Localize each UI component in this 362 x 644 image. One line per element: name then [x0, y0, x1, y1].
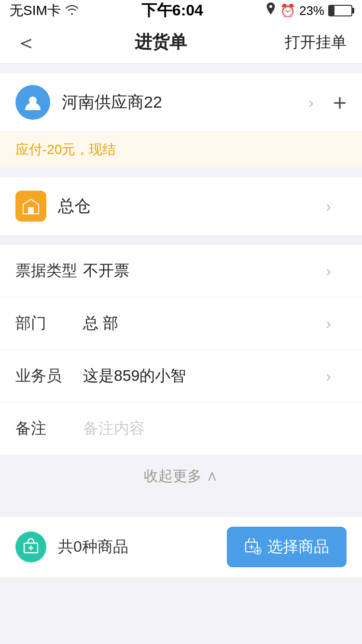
- warehouse-row[interactable]: 总仓 ›: [0, 177, 362, 235]
- wifi-icon: [65, 3, 79, 18]
- back-button[interactable]: ＜: [15, 32, 37, 53]
- sales-value: 这是859的小智: [83, 365, 326, 387]
- select-product-label: 选择商品: [267, 536, 329, 558]
- warehouse-chevron-icon: ›: [326, 197, 331, 215]
- warehouse-icon: [15, 191, 46, 222]
- product-icon: [15, 532, 46, 562]
- invoice-chevron-icon: ›: [326, 262, 331, 280]
- nav-bar: ＜ 进货单 打开挂单: [0, 21, 362, 64]
- remark-input[interactable]: 备注内容: [83, 418, 347, 439]
- bottom-bar: 共0种商品 选择商品: [0, 517, 362, 577]
- invoice-value: 不开票: [83, 260, 326, 281]
- status-bar: 无SIM卡 下午6:04 ⏰ 23%: [0, 0, 362, 21]
- location-icon: [265, 2, 276, 19]
- supplier-card: 河南供应商22 › + 应付-20元，现结: [0, 73, 362, 168]
- section-gap-2: [0, 168, 362, 177]
- status-left: 无SIM卡: [10, 1, 79, 20]
- select-product-button[interactable]: 选择商品: [227, 527, 347, 567]
- supplier-name: 河南供应商22: [62, 91, 308, 113]
- alarm-icon: ⏰: [280, 3, 295, 18]
- page-background: [0, 577, 362, 644]
- remark-row[interactable]: 备注 备注内容: [0, 402, 362, 455]
- invoice-row[interactable]: 票据类型 不开票 ›: [0, 245, 362, 297]
- notice-banner: 应付-20元，现结: [0, 132, 362, 168]
- dept-chevron-icon: ›: [326, 315, 331, 333]
- add-button[interactable]: +: [333, 89, 347, 116]
- collapse-button[interactable]: 收起更多 ∧: [0, 455, 362, 498]
- status-time: 下午6:04: [141, 0, 203, 21]
- section-gap-4: [0, 498, 362, 507]
- section-gap-3: [0, 235, 362, 245]
- battery-icon: [328, 5, 352, 16]
- dept-value: 总 部: [83, 313, 326, 334]
- product-count-label: 共0种商品: [58, 536, 215, 558]
- battery-label: 23%: [299, 3, 324, 18]
- svg-rect-1: [28, 207, 34, 214]
- supplier-avatar: [15, 85, 50, 120]
- page-title: 进货单: [135, 30, 187, 54]
- carrier-label: 无SIM卡: [10, 1, 61, 20]
- invoice-label: 票据类型: [15, 260, 83, 281]
- sales-row[interactable]: 业务员 这是859的小智 ›: [0, 350, 362, 402]
- warehouse-card[interactable]: 总仓 ›: [0, 177, 362, 235]
- dept-label: 部门: [15, 313, 83, 334]
- supplier-row[interactable]: 河南供应商22 › +: [0, 73, 362, 132]
- status-right: ⏰ 23%: [265, 2, 352, 19]
- warehouse-name: 总仓: [58, 195, 326, 217]
- sales-chevron-icon: ›: [326, 367, 331, 385]
- open-pending-button[interactable]: 打开挂单: [285, 32, 347, 53]
- supplier-chevron-icon: ›: [308, 94, 314, 112]
- dept-row[interactable]: 部门 总 部 ›: [0, 297, 362, 350]
- form-card: 票据类型 不开票 › 部门 总 部 › 业务员 这是859的小智 › 备注 备注…: [0, 245, 362, 455]
- section-gap-1: [0, 64, 362, 73]
- sales-label: 业务员: [15, 365, 83, 387]
- remark-label: 备注: [15, 418, 83, 439]
